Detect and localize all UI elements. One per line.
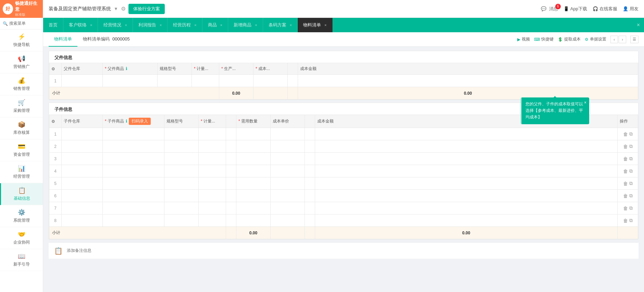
- parent-goods-info-icon[interactable]: ℹ: [126, 66, 127, 71]
- tab-barcode[interactable]: 条码方案 ×: [263, 18, 298, 32]
- child-row-8-delete-icon[interactable]: 🗑: [623, 218, 628, 223]
- child-row-8-warehouse[interactable]: [62, 214, 103, 227]
- parent-settings-icon[interactable]: ⚙: [51, 67, 55, 71]
- child-row-7-quantity[interactable]: [236, 202, 271, 214]
- tab-home[interactable]: 首页: [43, 18, 63, 32]
- child-row-8-quantity[interactable]: [236, 214, 271, 227]
- child-row-3-delete-icon[interactable]: 🗑: [623, 156, 628, 162]
- child-row-1-unit[interactable]: [199, 128, 226, 140]
- tab-customer-close[interactable]: ×: [90, 23, 92, 27]
- child-row-6-warehouse[interactable]: [62, 190, 103, 202]
- trial-button[interactable]: 体验行业方案: [128, 4, 165, 14]
- online-service-button[interactable]: 🎧 在线客服: [593, 6, 617, 12]
- child-row-8-copy-icon[interactable]: ⧉: [629, 218, 633, 223]
- sidebar-item-marketing[interactable]: 📢 营销推广: [0, 51, 43, 73]
- sidebar-item-sales[interactable]: 💰 销售管理: [0, 73, 43, 95]
- tab-bom-close[interactable]: ×: [324, 23, 326, 27]
- sidebar-item-purchase[interactable]: 🛒 采购管理: [0, 95, 43, 117]
- tab-bom[interactable]: 物料清单 ×: [298, 18, 332, 32]
- child-row-1-copy-icon[interactable]: ⧉: [629, 131, 633, 137]
- child-row-5-quantity[interactable]: [236, 177, 271, 190]
- child-row-4-copy-icon[interactable]: ⧉: [629, 168, 633, 174]
- child-row-3-warehouse[interactable]: [62, 153, 103, 165]
- child-row-2-goods[interactable]: [103, 140, 164, 153]
- child-row-4-delete-icon[interactable]: 🗑: [623, 168, 628, 174]
- sidebar-item-system[interactable]: ⚙️ 系统管理: [0, 205, 43, 227]
- tab-history-close[interactable]: ×: [194, 23, 196, 27]
- child-row-3-copy-icon[interactable]: ⧉: [629, 156, 633, 162]
- sidebar-item-inventory[interactable]: 📦 库存核算: [0, 117, 43, 139]
- parent-row-1-warehouse[interactable]: [62, 75, 103, 87]
- child-row-4-goods[interactable]: [103, 165, 164, 177]
- child-goods-info-icon[interactable]: ℹ: [126, 119, 127, 124]
- parent-row-1-cost[interactable]: [253, 75, 288, 87]
- next-record-button[interactable]: ›: [619, 36, 626, 43]
- child-row-3-quantity[interactable]: [236, 153, 271, 165]
- child-row-7-unit[interactable]: [199, 202, 226, 214]
- child-row-4-warehouse[interactable]: [62, 165, 103, 177]
- tab-profit[interactable]: 利润报告 ×: [133, 18, 168, 32]
- shortcut-action[interactable]: ⌨ 快捷键: [534, 36, 554, 42]
- child-row-6-copy-icon[interactable]: ⧉: [629, 193, 633, 199]
- child-row-1-goods[interactable]: [103, 128, 164, 140]
- child-row-6-unit[interactable]: [199, 190, 226, 202]
- child-row-4-unit[interactable]: [199, 165, 226, 177]
- sidebar-item-finance[interactable]: 💳 资金管理: [0, 139, 43, 161]
- message-button[interactable]: 💬 6 消息: [541, 6, 558, 12]
- child-row-6-delete-icon[interactable]: 🗑: [623, 193, 628, 199]
- child-row-8-unit[interactable]: [199, 214, 226, 227]
- grid-view-button[interactable]: ☰: [630, 36, 639, 43]
- child-row-7-copy-icon[interactable]: ⧉: [629, 205, 633, 211]
- child-row-4-quantity[interactable]: [236, 165, 271, 177]
- child-row-3-unit[interactable]: [199, 153, 226, 165]
- video-action[interactable]: ▶ 视频: [517, 36, 530, 42]
- tab-operations[interactable]: 经营情况 ×: [98, 18, 133, 32]
- sidebar-item-enterprise[interactable]: 🤝 企业协同: [0, 227, 43, 249]
- tab-new-goods[interactable]: 新增商品 ×: [228, 18, 263, 32]
- tab-profit-close[interactable]: ×: [160, 23, 162, 27]
- child-row-5-warehouse[interactable]: [62, 177, 103, 190]
- dropdown-arrow-icon[interactable]: ▼: [114, 6, 118, 11]
- child-row-5-unit[interactable]: [199, 177, 226, 190]
- sidebar-item-operations[interactable]: 📊 经营管理: [0, 161, 43, 183]
- settings-gear-icon[interactable]: ⚙: [121, 5, 126, 12]
- prev-record-button[interactable]: ‹: [610, 36, 618, 43]
- parent-row-1-unit[interactable]: [192, 75, 219, 87]
- subtab-bom-code[interactable]: 物料清单编码 0000005: [77, 32, 135, 47]
- child-row-5-goods[interactable]: [103, 177, 164, 190]
- child-row-2-quantity[interactable]: [236, 140, 271, 153]
- child-row-7-delete-icon[interactable]: 🗑: [623, 206, 628, 211]
- child-row-6-quantity[interactable]: [236, 190, 271, 202]
- sidebar-item-guide[interactable]: 📖 新手引导: [0, 249, 43, 271]
- tab-new-goods-close[interactable]: ×: [255, 23, 257, 27]
- subtab-bom-list[interactable]: 物料清单: [49, 32, 77, 47]
- child-row-8-goods[interactable]: [103, 214, 164, 227]
- child-row-2-delete-icon[interactable]: 🗑: [623, 144, 628, 149]
- child-row-7-warehouse[interactable]: [62, 202, 103, 214]
- sidebar-item-quick-nav[interactable]: ⚡ 快捷导航: [0, 30, 43, 51]
- note-icon[interactable]: 📋: [54, 247, 63, 255]
- child-row-1-warehouse[interactable]: [62, 128, 103, 140]
- child-row-1-delete-icon[interactable]: 🗑: [623, 131, 628, 137]
- scan-input-button[interactable]: 扫码录入: [129, 118, 151, 125]
- tooltip-close-button[interactable]: ×: [584, 100, 586, 106]
- parent-row-1-production[interactable]: [219, 75, 253, 87]
- child-row-5-copy-icon[interactable]: ⧉: [629, 180, 633, 186]
- user-profile-button[interactable]: 👤 用友: [623, 6, 639, 12]
- search-menu-item[interactable]: 🔍 搜索菜单: [0, 18, 43, 30]
- single-settings-action[interactable]: ⚙ 单据设置: [585, 36, 606, 42]
- tab-customer[interactable]: 客户联络 ×: [63, 18, 98, 32]
- child-row-7-goods[interactable]: [103, 202, 164, 214]
- tab-goods[interactable]: 商品 ×: [202, 18, 228, 32]
- close-all-tabs-button[interactable]: ×: [633, 22, 644, 28]
- tab-barcode-close[interactable]: ×: [290, 23, 292, 27]
- child-settings-icon[interactable]: ⚙: [51, 119, 55, 124]
- tab-goods-close[interactable]: ×: [220, 23, 222, 27]
- child-row-6-goods[interactable]: [103, 190, 164, 202]
- parent-row-1-goods[interactable]: [103, 75, 158, 87]
- child-row-2-warehouse[interactable]: [62, 140, 103, 153]
- tab-operations-close[interactable]: ×: [125, 23, 127, 27]
- child-row-5-delete-icon[interactable]: 🗑: [623, 181, 628, 186]
- app-download-button[interactable]: 📱 App下载: [564, 6, 587, 12]
- child-row-2-unit[interactable]: [199, 140, 226, 153]
